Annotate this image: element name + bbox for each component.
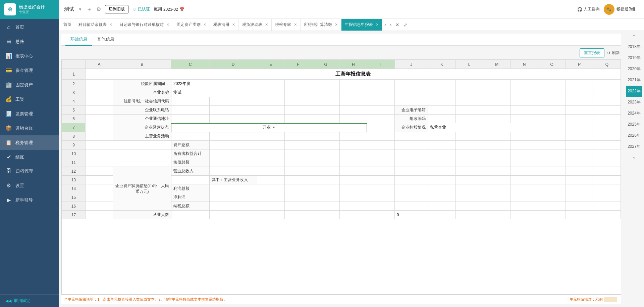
tab-tax-fluctuation[interactable]: 税负波动表✕ bbox=[239, 19, 272, 31]
cell-3-I bbox=[367, 88, 394, 97]
example-color-box bbox=[604, 297, 617, 302]
sidebar-item-assets[interactable]: 🏢固定资产 bbox=[0, 78, 59, 92]
user-menu[interactable]: 🐾 畅捷通B组... bbox=[604, 4, 639, 15]
cell-17-B: 从业人数 bbox=[113, 211, 171, 219]
cell-7-P bbox=[566, 123, 593, 132]
cell-5-G bbox=[312, 106, 339, 115]
cell-9-G bbox=[312, 141, 339, 149]
sidebar-label-tax: 税务管理 bbox=[15, 140, 33, 146]
tab-close-tax-expert[interactable]: ✕ bbox=[294, 23, 297, 27]
invoice-icon: 🧾 bbox=[5, 111, 12, 117]
cell-3-B: 企业名称 bbox=[113, 88, 171, 97]
sidebar-item-settings[interactable]: ⚙设置 bbox=[0, 178, 59, 193]
cell-9-O bbox=[538, 141, 566, 149]
tab-close-tax-fluctuation[interactable]: ✕ bbox=[265, 23, 268, 27]
sidebar-item-guide[interactable]: ▶新手引导 bbox=[0, 193, 59, 207]
tab-expand-button[interactable]: ⤢ bbox=[401, 22, 410, 28]
cell-13-I bbox=[367, 176, 394, 184]
cell-2-I bbox=[367, 80, 394, 88]
cell-15-I bbox=[367, 193, 394, 202]
refresh-button[interactable]: ↺ 刷新 bbox=[607, 50, 620, 56]
tab-close-journal-bank[interactable]: ✕ bbox=[166, 23, 169, 27]
cell-5-B: 企业联系电话 bbox=[113, 106, 171, 115]
scroll-down-button[interactable]: ⌄ bbox=[624, 152, 644, 161]
cell-6-O bbox=[538, 115, 566, 123]
cell-8-N bbox=[511, 132, 538, 141]
period-label: 账期 bbox=[154, 6, 162, 12]
sidebar-item-funds[interactable]: 💳资金管理 bbox=[0, 63, 59, 78]
cell-16-J bbox=[394, 202, 428, 211]
spreadsheet-wrapper: 基础信息其他信息 重置报表 ↺ 刷新 ABCDEFGHIJKLMNOPQ 1工商… bbox=[59, 31, 624, 307]
tab-income-tax[interactable]: 所得税汇算清缴✕ bbox=[301, 19, 341, 31]
scroll-up-button[interactable]: ⌃ bbox=[624, 32, 644, 41]
sidebar-item-archive[interactable]: 🗄归档管理 bbox=[0, 164, 59, 178]
reset-report-button[interactable]: 重置报表 bbox=[580, 48, 604, 57]
sub-tab-other[interactable]: 其他信息 bbox=[92, 34, 119, 46]
cell-7-C[interactable]: 开业▼ bbox=[171, 123, 367, 132]
sidebar-item-invoice[interactable]: 🧾发票管理 bbox=[0, 106, 59, 121]
cell-8-E bbox=[257, 132, 284, 141]
tab-close-fixed-assets-cat[interactable]: ✕ bbox=[203, 23, 206, 27]
cell-6-L bbox=[455, 115, 483, 123]
sidebar-item-reports[interactable]: 📊报表中心 bbox=[0, 49, 59, 63]
support-button[interactable]: 🎧 人工咨询 bbox=[577, 6, 600, 12]
cell-15-A bbox=[86, 193, 113, 202]
bottom-bar: * 单元格编辑说明：1、点击单元格直接录入数值或文本。2、清空单元格数值或文本恢… bbox=[61, 295, 621, 304]
spreadsheet[interactable]: ABCDEFGHIJKLMNOPQ 1工商年报信息表2税款所属期间：2022年度… bbox=[61, 59, 621, 295]
sidebar-item-tax[interactable]: 📋税务管理 bbox=[0, 135, 59, 150]
cell-12-P bbox=[566, 167, 593, 176]
tab-tax-list[interactable]: 税表清册✕ bbox=[210, 19, 239, 31]
sidebar-item-home[interactable]: ⌂首页 bbox=[0, 20, 59, 34]
tab-next-button[interactable]: › bbox=[388, 22, 394, 28]
tab-close-all-button[interactable]: ✕ bbox=[393, 22, 401, 28]
year-item-2022年[interactable]: 2022年 bbox=[626, 86, 642, 97]
tab-tax-expert[interactable]: 税检专家✕ bbox=[272, 19, 301, 31]
year-item-2025年[interactable]: 2025年 bbox=[626, 119, 642, 130]
tab-annual-report[interactable]: 年报信息申报表✕ bbox=[341, 19, 382, 31]
year-item-2023年[interactable]: 2023年 bbox=[626, 97, 642, 108]
tab-close-income-tax[interactable]: ✕ bbox=[335, 23, 338, 27]
unpin-label: 取消固定 bbox=[14, 298, 30, 304]
sidebar-unpin-button[interactable]: ◀◀ 取消固定 bbox=[0, 294, 59, 307]
tab-label-income-tax: 所得税汇算清缴 bbox=[304, 22, 332, 28]
cell-2-O bbox=[538, 80, 566, 88]
edit-note: * 单元格编辑说明：1、点击单元格直接录入数值或文本。2、清空单元格数值或文本恢… bbox=[65, 297, 227, 302]
cell-10-N bbox=[511, 149, 538, 158]
sub-tab-basic[interactable]: 基础信息 bbox=[65, 34, 92, 46]
cell-15-N bbox=[511, 193, 538, 202]
year-item-2021年[interactable]: 2021年 bbox=[626, 75, 642, 86]
cell-4-I bbox=[367, 97, 394, 106]
sidebar-item-salary[interactable]: 💰工资 bbox=[0, 92, 59, 106]
tab-close-tax-list[interactable]: ✕ bbox=[232, 23, 235, 27]
year-item-2020年[interactable]: 2020年 bbox=[626, 63, 642, 75]
tab-close-aux-balance[interactable]: ✕ bbox=[109, 23, 112, 27]
topbar-dropdown-arrow[interactable]: ▼ bbox=[78, 7, 82, 12]
cell-10-G bbox=[312, 149, 339, 158]
tab-home[interactable]: 首页 bbox=[60, 19, 75, 31]
tab-close-annual-report[interactable]: ✕ bbox=[376, 23, 379, 27]
topbar-settings-button[interactable]: ⚙ bbox=[96, 6, 101, 12]
cell-12-F bbox=[284, 167, 312, 176]
year-item-2026年[interactable]: 2026年 bbox=[626, 130, 642, 141]
cell-9-L bbox=[455, 141, 483, 149]
cell-17-N bbox=[511, 211, 538, 219]
year-item-2019年[interactable]: 2019年 bbox=[626, 52, 642, 63]
tab-fixed-assets-cat[interactable]: 固定资产类别✕ bbox=[173, 19, 210, 31]
col-header-row-num bbox=[62, 60, 86, 69]
year-item-2018年[interactable]: 2018年 bbox=[626, 41, 642, 52]
year-item-2027年[interactable]: 2027年 bbox=[626, 141, 642, 152]
topbar-add-button[interactable]: ＋ bbox=[86, 5, 92, 13]
tabs-bar: 首页科目辅助余额表✕日记账与银行对账单核对✕固定资产类别✕税表清册✕税负波动表✕… bbox=[59, 19, 644, 31]
calendar-icon[interactable]: 📅 bbox=[179, 7, 184, 12]
tab-prev-button[interactable]: ‹ bbox=[382, 22, 388, 28]
cell-16-F bbox=[284, 202, 312, 211]
sidebar-item-inventory[interactable]: 📦进销台账 bbox=[0, 121, 59, 135]
tab-journal-bank[interactable]: 日记账与银行对账单核对✕ bbox=[116, 19, 173, 31]
cell-3-G bbox=[312, 88, 339, 97]
cell-9-E bbox=[257, 141, 284, 149]
switch-version-button[interactable]: 切到旧版 bbox=[105, 5, 128, 13]
tab-aux-balance[interactable]: 科目辅助余额表✕ bbox=[75, 19, 116, 31]
sidebar-item-checkout[interactable]: ✔结账 bbox=[0, 150, 59, 164]
year-item-2024年[interactable]: 2024年 bbox=[626, 108, 642, 119]
sidebar-item-ledger[interactable]: ▤总账 bbox=[0, 34, 59, 49]
